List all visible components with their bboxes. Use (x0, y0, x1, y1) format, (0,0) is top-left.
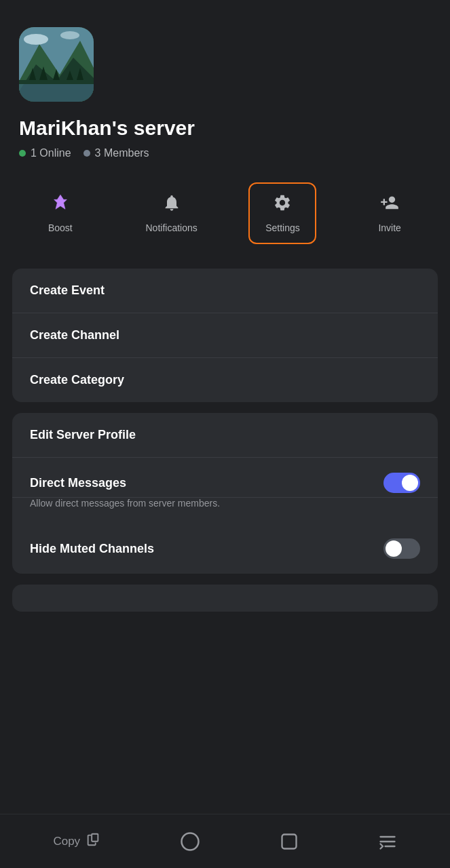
menu-group-1: Create Event Create Channel Create Categ… (12, 269, 438, 402)
svg-point-11 (60, 31, 79, 39)
toggle-knob (402, 475, 418, 491)
tab-notifications-label: Notifications (146, 222, 198, 233)
members-dot (83, 150, 90, 157)
server-name: MariKhan's server (19, 117, 431, 139)
direct-messages-toggle[interactable] (383, 473, 420, 493)
svg-rect-4 (19, 80, 94, 84)
create-category-item[interactable]: Create Category (12, 358, 438, 402)
hide-muted-knob (386, 540, 402, 557)
hide-muted-toggle[interactable] (383, 538, 420, 559)
bell-icon (162, 193, 181, 217)
svg-point-12 (181, 833, 198, 850)
tab-invite[interactable]: Invite (356, 184, 424, 243)
square-button[interactable] (280, 832, 299, 851)
settings-group: Edit Server Profile Direct Messages Allo… (12, 413, 438, 574)
tab-settings-label: Settings (265, 222, 300, 233)
online-count: 1 Online (31, 147, 71, 159)
boost-icon (51, 193, 70, 217)
page-container: MariKhan's server 1 Online 3 Members Boo… (0, 0, 450, 868)
tab-boost-label: Boost (48, 222, 73, 233)
menu-button[interactable] (378, 832, 397, 851)
bottom-nav: Copy (0, 814, 450, 868)
edit-server-profile-item[interactable]: Edit Server Profile (12, 413, 438, 458)
copy-icon (86, 832, 100, 850)
server-header: MariKhan's server 1 Online 3 Members (0, 0, 450, 176)
server-icon[interactable] (19, 27, 94, 102)
svg-rect-13 (282, 834, 296, 848)
copy-button[interactable]: Copy (53, 832, 100, 850)
svg-point-10 (24, 34, 48, 45)
tab-settings[interactable]: Settings (248, 182, 316, 244)
create-channel-item[interactable]: Create Channel (12, 313, 438, 358)
copy-label: Copy (53, 835, 80, 848)
svg-rect-3 (19, 83, 94, 102)
direct-messages-sub: Allow direct messages from server member… (12, 498, 438, 524)
gear-icon (273, 193, 292, 217)
online-dot (19, 150, 26, 157)
direct-messages-item[interactable]: Direct Messages (12, 458, 438, 498)
bottom-spacer (0, 623, 450, 677)
hide-muted-row: Hide Muted Channels (30, 538, 420, 559)
tab-notifications[interactable]: Notifications (134, 184, 210, 243)
tab-boost[interactable]: Boost (26, 184, 94, 243)
members-stat: 3 Members (83, 147, 149, 159)
partial-card (12, 585, 438, 612)
tab-invite-label: Invite (378, 222, 400, 233)
hide-muted-item[interactable]: Hide Muted Channels (12, 524, 438, 574)
home-button[interactable] (180, 831, 200, 852)
direct-messages-row: Direct Messages (30, 473, 420, 493)
online-stat: 1 Online (19, 147, 71, 159)
members-count: 3 Members (95, 147, 149, 159)
create-event-item[interactable]: Create Event (12, 269, 438, 313)
action-tabs: Boost Notifications Settings (0, 176, 450, 258)
invite-icon (380, 193, 399, 217)
server-stats: 1 Online 3 Members (19, 147, 431, 159)
